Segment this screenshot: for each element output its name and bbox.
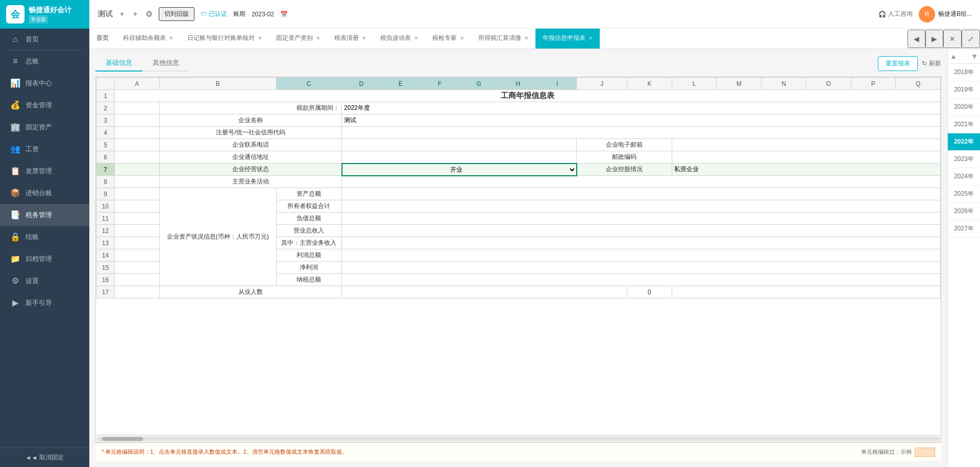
- tab-taxlist[interactable]: 税表清册 ✕: [327, 29, 373, 49]
- col-header-e[interactable]: E: [381, 78, 420, 90]
- h-scrollbar[interactable]: [96, 435, 941, 442]
- tab-journal[interactable]: 日记账与银行对账单核对 ✕: [180, 29, 269, 49]
- sidebar-item-inventory[interactable]: 📦 进销台账: [0, 182, 89, 204]
- year-item-2018[interactable]: 2018年: [948, 64, 980, 81]
- cell-4-c[interactable]: [342, 127, 941, 139]
- year-item-2020[interactable]: 2020年: [948, 99, 980, 116]
- cell-3-c[interactable]: 测试: [342, 114, 941, 127]
- col-header-a[interactable]: A: [115, 78, 160, 90]
- tab-close-all-btn[interactable]: ✕: [943, 30, 962, 48]
- tab-next-btn[interactable]: ▶: [925, 30, 943, 48]
- cell-5-c[interactable]: [342, 139, 577, 151]
- year-item-2025[interactable]: 2025年: [948, 185, 980, 203]
- service-btn[interactable]: 🎧 人工咨询: [878, 10, 913, 18]
- reset-report-btn[interactable]: 重置报表: [878, 56, 918, 71]
- topbar-dropdown-arrow[interactable]: ▼: [119, 11, 125, 18]
- col-header-b[interactable]: B: [159, 78, 276, 90]
- topbar-settings-btn[interactable]: ⚙: [145, 9, 153, 19]
- year-item-2026[interactable]: 2026年: [948, 203, 980, 220]
- year-panel-up-btn[interactable]: ▲: [949, 51, 958, 61]
- cell-17-c[interactable]: [342, 286, 627, 298]
- cell-12-c[interactable]: [342, 225, 941, 237]
- cell-7-k[interactable]: 私营企业: [672, 164, 940, 176]
- tab-aux[interactable]: 科目辅助余额表 ✕: [116, 29, 180, 49]
- user-menu[interactable]: R 畅捷通B组...: [919, 6, 972, 22]
- sidebar-item-home[interactable]: ⌂ 首页: [0, 29, 89, 50]
- cell-9-c[interactable]: [342, 188, 941, 200]
- spreadsheet-wrapper[interactable]: A B C D E F G H I J K L: [96, 77, 941, 435]
- cell-2-c[interactable]: 2022年度: [342, 102, 941, 114]
- h-scrollbar-thumb[interactable]: [102, 437, 143, 441]
- year-item-2022[interactable]: 2022年: [948, 133, 980, 151]
- report-title-cell[interactable]: 工商年报信息表: [115, 90, 941, 102]
- refresh-btn[interactable]: ↻ 刷新: [922, 56, 941, 71]
- report-tab-basic[interactable]: 基础信息: [95, 55, 142, 72]
- cell-5-k[interactable]: [672, 139, 940, 151]
- sidebar-item-assets[interactable]: 🏢 固定资产: [0, 116, 89, 138]
- year-item-2024[interactable]: 2024年: [948, 168, 980, 185]
- sidebar-item-tax[interactable]: 📑 税务管理: [0, 204, 89, 226]
- cell-15-c[interactable]: [342, 262, 941, 274]
- tab-taxcheck[interactable]: 税检专家 ✕: [425, 29, 471, 49]
- sidebar-item-ledger[interactable]: ≡ 总账: [0, 51, 89, 72]
- col-header-d[interactable]: D: [342, 78, 381, 90]
- col-header-k[interactable]: K: [627, 78, 672, 90]
- year-item-2023[interactable]: 2023年: [948, 151, 980, 168]
- col-header-q[interactable]: Q: [896, 78, 941, 90]
- cell-8-c[interactable]: [342, 176, 941, 188]
- tab-taxcheck-close[interactable]: ✕: [460, 35, 464, 41]
- switch-version-btn[interactable]: 切到旧版: [159, 7, 194, 21]
- sidebar-item-close[interactable]: 🔒 结账: [0, 226, 89, 248]
- year-item-2021[interactable]: 2021年: [948, 116, 980, 133]
- tab-income-tax-close[interactable]: ✕: [524, 35, 528, 41]
- cell-6-c[interactable]: [342, 151, 577, 164]
- tab-journal-close[interactable]: ✕: [258, 35, 262, 41]
- sidebar-item-reports[interactable]: 📊 报表中心: [0, 72, 89, 94]
- col-header-g[interactable]: G: [459, 78, 499, 90]
- col-header-m[interactable]: M: [717, 78, 762, 90]
- year-item-2027[interactable]: 2027年: [948, 220, 980, 238]
- business-status-select[interactable]: 开业 注销 吊销 迁出 撤销: [342, 166, 576, 174]
- cell-17-j[interactable]: 0: [627, 286, 672, 298]
- sidebar-item-funds[interactable]: 💰 资金管理: [0, 94, 89, 116]
- cell-7-c-dropdown[interactable]: 开业 注销 吊销 迁出 撤销: [342, 164, 577, 176]
- cell-16-c[interactable]: [342, 274, 941, 286]
- tab-assets-type[interactable]: 固定资产类别 ✕: [269, 29, 327, 49]
- year-item-2019[interactable]: 2019年: [948, 81, 980, 99]
- col-header-p[interactable]: P: [851, 78, 896, 90]
- sidebar-item-payroll[interactable]: 👥 工资: [0, 138, 89, 160]
- cell-13-c[interactable]: [342, 237, 941, 249]
- cell-17-k[interactable]: [672, 286, 940, 298]
- calendar-icon[interactable]: 📅: [280, 11, 288, 18]
- topbar-add-btn[interactable]: ＋: [131, 9, 139, 19]
- tab-income-tax[interactable]: 所得税汇算清缴 ✕: [471, 29, 535, 49]
- tab-annual[interactable]: 年报信息申报表 ✕: [535, 29, 600, 49]
- cell-6-k[interactable]: [672, 151, 940, 164]
- tab-expand-btn[interactable]: ⤢: [962, 30, 980, 48]
- tab-annual-close[interactable]: ✕: [589, 35, 593, 41]
- year-panel-down-btn[interactable]: ▼: [970, 51, 979, 61]
- col-header-f[interactable]: F: [420, 78, 459, 90]
- col-header-c[interactable]: C: [276, 78, 341, 90]
- col-header-n[interactable]: N: [762, 78, 806, 90]
- tab-taxlist-close[interactable]: ✕: [362, 35, 366, 41]
- report-tab-other[interactable]: 其他信息: [142, 55, 189, 72]
- col-header-h[interactable]: H: [498, 78, 537, 90]
- tab-taxwave-close[interactable]: ✕: [414, 35, 418, 41]
- sidebar-item-guide[interactable]: ▶ 新手引导: [0, 292, 89, 314]
- col-header-o[interactable]: O: [806, 78, 851, 90]
- sidebar-item-archive[interactable]: 📁 归档管理: [0, 248, 89, 270]
- sidebar-item-invoice[interactable]: 📋 发票管理: [0, 160, 89, 182]
- tab-home[interactable]: 首页: [89, 29, 116, 49]
- tab-taxwave[interactable]: 税负波动表 ✕: [373, 29, 425, 49]
- cell-11-c[interactable]: [342, 213, 941, 225]
- sidebar-item-settings[interactable]: ⚙ 设置: [0, 270, 89, 292]
- tab-prev-btn[interactable]: ◀: [908, 30, 925, 48]
- col-header-i[interactable]: I: [537, 78, 577, 90]
- col-header-j[interactable]: J: [577, 78, 627, 90]
- sidebar-collapse-btn[interactable]: ◄◄ 取消固定: [0, 448, 89, 467]
- cell-14-c[interactable]: [342, 249, 941, 262]
- col-header-l[interactable]: L: [672, 78, 717, 90]
- tab-assets-close[interactable]: ✕: [316, 35, 320, 41]
- cell-10-c[interactable]: [342, 200, 941, 213]
